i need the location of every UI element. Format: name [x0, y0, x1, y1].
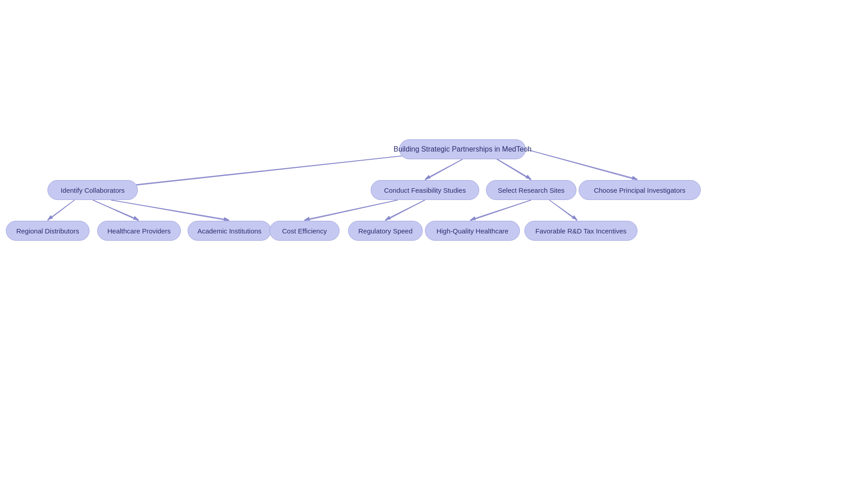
node-high-quality-healthcare[interactable]: High-Quality Healthcare — [425, 221, 520, 241]
node-regional-distributors[interactable]: Regional Distributors — [6, 221, 90, 241]
svg-line-17 — [93, 200, 139, 220]
connectors-svg — [0, 0, 868, 490]
node-identify-collaborators[interactable]: Identify Collaborators — [47, 180, 138, 200]
svg-line-15 — [526, 149, 637, 179]
node-favorable-rd[interactable]: Favorable R&D Tax Incentives — [524, 221, 637, 241]
svg-line-3 — [526, 149, 637, 180]
node-healthcare-providers[interactable]: Healthcare Providers — [97, 221, 181, 241]
svg-line-20 — [385, 200, 425, 220]
node-conduct-feasibility[interactable]: Conduct Feasibility Studies — [371, 180, 479, 200]
svg-line-4 — [47, 200, 75, 221]
svg-line-19 — [304, 200, 398, 220]
svg-line-6 — [111, 200, 229, 221]
node-cost-efficiency[interactable]: Cost Efficiency — [269, 221, 340, 241]
svg-line-1 — [425, 159, 462, 180]
svg-line-13 — [425, 159, 462, 179]
svg-line-9 — [470, 200, 531, 221]
svg-line-7 — [304, 200, 398, 221]
svg-line-10 — [549, 200, 577, 221]
node-regulatory-speed[interactable]: Regulatory Speed — [348, 221, 423, 241]
svg-line-5 — [93, 200, 139, 221]
node-select-research-sites[interactable]: Select Research Sites — [486, 180, 576, 200]
diagram-container: Building Strategic Partnerships in MedTe… — [0, 0, 868, 490]
svg-line-16 — [47, 200, 75, 220]
svg-line-18 — [111, 200, 229, 220]
node-choose-pi[interactable]: Choose Principal Investigators — [579, 180, 701, 200]
svg-line-22 — [549, 200, 577, 220]
svg-line-21 — [470, 200, 531, 220]
svg-line-8 — [385, 200, 425, 221]
node-academic-institutions[interactable]: Academic Institutions — [188, 221, 271, 241]
node-root[interactable]: Building Strategic Partnerships in MedTe… — [399, 139, 526, 159]
